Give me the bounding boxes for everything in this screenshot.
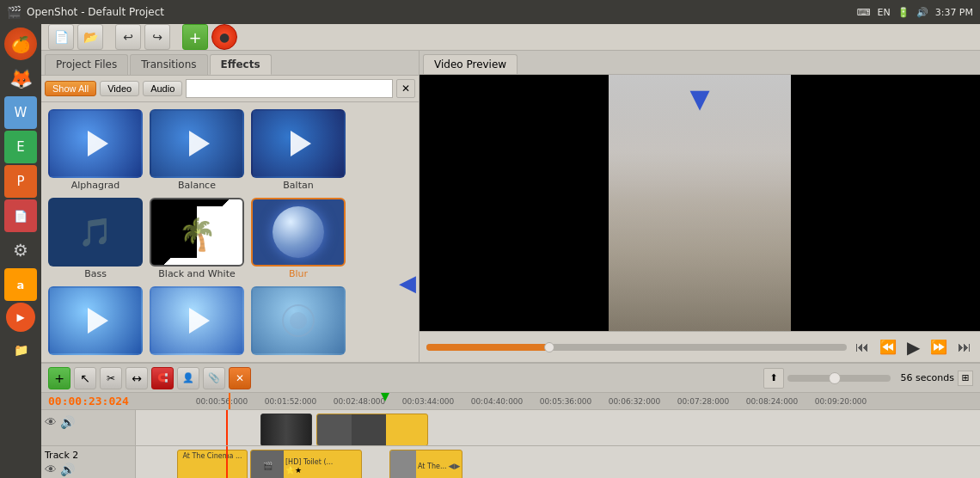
effect-more3[interactable] bbox=[251, 286, 346, 355]
track-1-clip-2[interactable] bbox=[316, 414, 428, 445]
track-2-eye-icon[interactable]: 👁 bbox=[45, 463, 57, 476]
track-2-clip-3[interactable]: At The... ◀▶ bbox=[389, 450, 462, 478]
playback-back-button[interactable]: ⏪ bbox=[878, 339, 898, 355]
effect-more1[interactable] bbox=[48, 286, 143, 355]
zoom-slider[interactable] bbox=[787, 375, 891, 382]
ubuntu-icon[interactable]: 🍊 bbox=[4, 28, 37, 60]
openshot-icon[interactable]: ▶ bbox=[6, 303, 35, 332]
track-2-clip-1[interactable]: At The Cinema ... bbox=[177, 450, 248, 478]
ruler-mark-1: 00:01:52:000 bbox=[256, 397, 325, 406]
open-button[interactable]: 📂 bbox=[77, 24, 103, 50]
track-2-content: At The Cinema ... 🎬 [HD] Toilet (... ⭐★ bbox=[136, 446, 980, 478]
track-2-label: Track 2 👁 🔊 bbox=[41, 446, 136, 478]
tab-effects[interactable]: Effects bbox=[210, 54, 272, 75]
firefox-icon[interactable]: 🦊 bbox=[4, 62, 37, 95]
add-track-button[interactable]: + bbox=[48, 367, 70, 389]
playback-play-button[interactable]: ▶ bbox=[905, 337, 922, 358]
video-filter-button[interactable]: Video bbox=[100, 81, 139, 96]
titlebar-left: 🎬 OpenShot - Default Project bbox=[7, 5, 164, 19]
blue-arrow-indicator: ◀ bbox=[399, 270, 416, 296]
effect-balance[interactable]: Balance bbox=[150, 109, 244, 191]
titlebar: 🎬 OpenShot - Default Project ⌨ EN 🔋 🔊 3:… bbox=[0, 0, 980, 24]
effect-bass-thumb: 🎵 bbox=[48, 198, 143, 267]
show-all-button[interactable]: Show All bbox=[45, 81, 96, 96]
effect-blackwhite[interactable]: 🌴 Black and White bbox=[150, 198, 244, 279]
app-sidebar: 🍊 🦊 W E P 📄 ⚙ a ▶ 📁 bbox=[0, 24, 41, 478]
ruler-mark-8: 00:08:24:000 bbox=[738, 397, 806, 406]
move-tool-button[interactable]: ↔ bbox=[126, 367, 148, 389]
effect-bass-label: Bass bbox=[84, 268, 107, 279]
filter-bar: Show All Video Audio ✕ bbox=[41, 76, 419, 102]
position-line-track1 bbox=[226, 410, 228, 445]
effect-blur-thumb bbox=[251, 198, 346, 267]
track-1-clip-1[interactable] bbox=[260, 414, 312, 445]
progress-thumb[interactable] bbox=[544, 342, 554, 352]
playback-end-button[interactable]: ⏭ bbox=[956, 340, 973, 355]
export-button[interactable]: ⬆ bbox=[763, 368, 784, 389]
track-1-controls: 👁 🔊 bbox=[45, 415, 132, 429]
zoom-thumb[interactable] bbox=[829, 372, 841, 384]
language-indicator: EN bbox=[877, 7, 890, 18]
content-area: 📄 📂 ↩ ↪ + ● Project Files Transitions Ef… bbox=[41, 24, 980, 478]
new-button[interactable]: 📄 bbox=[48, 24, 74, 50]
playback-begin-button[interactable]: ⏮ bbox=[854, 340, 871, 355]
video-canvas: ▼ bbox=[420, 75, 980, 331]
remove-button[interactable]: ✕ bbox=[229, 367, 251, 389]
effect-alphagrad[interactable]: Alphagrad bbox=[48, 109, 143, 191]
video-black-left bbox=[420, 75, 609, 331]
titlebar-right: ⌨ EN 🔋 🔊 3:37 PM bbox=[856, 5, 973, 19]
snap-button[interactable]: 🧲 bbox=[151, 367, 174, 389]
effect-more3-thumb bbox=[251, 286, 346, 355]
timecode-display: 00:00:23:024 bbox=[48, 395, 129, 408]
libreoffice-calc-icon[interactable]: E bbox=[4, 131, 37, 163]
position-line-track2 bbox=[226, 446, 228, 478]
green-marker bbox=[381, 393, 389, 401]
add-clip-button[interactable]: + bbox=[182, 24, 208, 50]
record-button[interactable]: ● bbox=[211, 24, 237, 50]
video-progress-bar[interactable] bbox=[426, 344, 847, 351]
track-2-name: Track 2 bbox=[45, 450, 132, 461]
effect-baltan-label: Baltan bbox=[283, 180, 313, 191]
add-transition-button[interactable]: 📎 bbox=[203, 367, 225, 389]
tab-video-preview[interactable]: Video Preview bbox=[423, 54, 518, 74]
amazon-icon[interactable]: a bbox=[4, 268, 37, 301]
upper-content: Project Files Transitions Effects Show A… bbox=[41, 51, 980, 362]
fullscreen-button[interactable]: ⊞ bbox=[958, 371, 973, 386]
zoom-label: 56 seconds bbox=[894, 372, 954, 383]
libreoffice-impress-icon[interactable]: P bbox=[4, 165, 37, 198]
playback-forward-button[interactable]: ⏩ bbox=[928, 339, 949, 355]
redo-button[interactable]: ↪ bbox=[144, 24, 170, 50]
effect-blur[interactable]: Blur bbox=[251, 198, 346, 279]
track-1-eye-icon[interactable]: 👁 bbox=[45, 415, 57, 429]
effect-balance-thumb bbox=[150, 109, 244, 178]
cut-tool-button[interactable]: ✂ bbox=[100, 367, 122, 389]
effect-alphagrad-label: Alphagrad bbox=[71, 180, 120, 191]
ruler-mark-3: 00:03:44:000 bbox=[394, 397, 462, 406]
libreoffice-icon[interactable]: 📄 bbox=[4, 199, 37, 232]
files-icon[interactable]: 📁 bbox=[4, 334, 37, 366]
track-2-controls: 👁 🔊 bbox=[45, 463, 132, 476]
settings-icon[interactable]: ⚙ bbox=[4, 234, 37, 267]
effect-more2[interactable] bbox=[150, 286, 244, 355]
effect-baltan[interactable]: Baltan bbox=[251, 109, 346, 191]
add-marker-button[interactable]: 👤 bbox=[177, 367, 199, 389]
timeline-toolbar: + ↖ ✂ ↔ 🧲 👤 📎 ✕ ⬆ 56 seconds ⊞ bbox=[41, 364, 980, 393]
track-1-audio-icon[interactable]: 🔊 bbox=[60, 415, 75, 429]
position-line-ruler bbox=[229, 393, 230, 409]
undo-button[interactable]: ↩ bbox=[115, 24, 141, 50]
effect-bass[interactable]: 🎵 Bass bbox=[48, 198, 143, 279]
track-2-clip-2[interactable]: 🎬 [HD] Toilet (... ⭐★ bbox=[250, 450, 362, 478]
effect-blackwhite-thumb: 🌴 bbox=[150, 198, 244, 267]
track-2-audio-icon[interactable]: 🔊 bbox=[60, 463, 75, 476]
tab-transitions[interactable]: Transitions bbox=[130, 54, 207, 75]
libreoffice-writer-icon[interactable]: W bbox=[4, 96, 37, 129]
clear-search-button[interactable]: ✕ bbox=[396, 79, 415, 98]
keyboard-tray-icon: ⌨ bbox=[856, 5, 870, 19]
effects-grid: Alphagrad Balance Baltan bbox=[41, 102, 419, 362]
audio-filter-button[interactable]: Audio bbox=[143, 81, 182, 96]
svg-point-4 bbox=[290, 312, 307, 329]
search-input[interactable] bbox=[186, 79, 393, 98]
tab-project-files[interactable]: Project Files bbox=[45, 54, 128, 75]
zoom-area bbox=[787, 375, 891, 382]
select-tool-button[interactable]: ↖ bbox=[74, 367, 96, 389]
